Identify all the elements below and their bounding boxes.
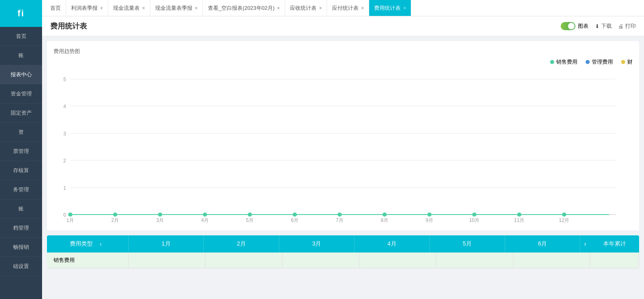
svg-text:11月: 11月 xyxy=(514,217,525,223)
svg-point-16 xyxy=(203,213,207,217)
chart-toggle-wrap[interactable]: 图表 xyxy=(561,22,588,30)
table-section: 费用类型 ‹ 1月 2月 3月 4月 5月 6月 › 本年累计 销售费用 xyxy=(47,235,639,268)
chart-section: 费用趋势图 销售费用 管理费用 财 5 xyxy=(47,41,639,230)
svg-text:5: 5 xyxy=(63,77,66,82)
tab-profit-quarterly[interactable]: 利润表季报 × xyxy=(66,0,108,16)
page-header: 费用统计表 图表 ⬇ 下载 🖨 打印 xyxy=(42,16,644,36)
svg-text:9月: 9月 xyxy=(426,217,433,223)
svg-point-23 xyxy=(517,213,521,217)
tab-blank-report[interactable]: 查看_空白报表(2023年02月) × xyxy=(203,0,285,16)
th-nav-prev[interactable]: ‹ xyxy=(96,241,106,247)
sidebar: fi 首页 账 报表中心 资金管理 固定资产 资 票管理 存核算 务管理 账 档… xyxy=(0,0,42,299)
svg-text:6月: 6月 xyxy=(291,217,299,223)
chart-svg: 5 4 3 2 1 0 xyxy=(53,69,633,224)
svg-text:5月: 5月 xyxy=(246,217,254,223)
tab-close-expense-stats[interactable]: × xyxy=(403,5,406,11)
legend-dot-finance xyxy=(621,60,625,64)
download-button[interactable]: ⬇ 下载 xyxy=(595,22,612,30)
svg-point-19 xyxy=(338,213,342,217)
legend-sales: 销售费用 xyxy=(550,58,577,66)
svg-point-24 xyxy=(562,213,566,217)
legend-dot-admin xyxy=(586,60,590,64)
th-cumul: 本年累计 xyxy=(590,235,639,252)
page-actions: 图表 ⬇ 下载 🖨 打印 xyxy=(561,22,636,30)
svg-point-18 xyxy=(293,213,297,217)
tab-receivable[interactable]: 应收统计表 × xyxy=(285,0,327,16)
sidebar-item-home[interactable]: 首页 xyxy=(0,27,42,46)
tab-payable[interactable]: 应付统计表 × xyxy=(327,0,369,16)
td-type-sales: 销售费用 xyxy=(47,252,129,268)
tab-close-payable[interactable]: × xyxy=(361,5,364,11)
legend-label-admin: 管理费用 xyxy=(592,58,613,66)
sidebar-item-tickets[interactable]: 票管理 xyxy=(0,142,42,161)
print-button[interactable]: 🖨 打印 xyxy=(618,22,636,30)
download-icon: ⬇ xyxy=(595,23,599,29)
chart-title: 费用趋势图 xyxy=(53,48,633,55)
svg-text:10月: 10月 xyxy=(469,217,480,223)
svg-text:3: 3 xyxy=(63,131,66,137)
td-sales-m4 xyxy=(359,252,436,268)
svg-text:1月: 1月 xyxy=(67,217,74,223)
legend-label-finance: 财 xyxy=(627,58,633,66)
sidebar-item-services[interactable]: 务管理 xyxy=(0,180,42,199)
svg-point-21 xyxy=(428,213,432,217)
chart-toggle[interactable] xyxy=(561,22,575,30)
sidebar-item-assets[interactable]: 固定资产 xyxy=(0,104,42,123)
main-area: 首页 利润表季报 × 现金流量表 × 现金流量表季报 × 查看_空白报表(202… xyxy=(42,0,644,299)
page-title: 费用统计表 xyxy=(50,21,87,31)
svg-point-20 xyxy=(383,213,387,217)
th-month-3: 3月 xyxy=(279,235,354,252)
svg-text:4: 4 xyxy=(63,104,66,109)
print-label: 打印 xyxy=(625,22,636,30)
svg-point-17 xyxy=(248,213,252,217)
download-label: 下载 xyxy=(601,22,612,30)
svg-point-22 xyxy=(472,213,476,217)
tab-home[interactable]: 首页 xyxy=(45,0,66,16)
sidebar-item-inventory[interactable]: 存核算 xyxy=(0,161,42,180)
tab-close-cashflow[interactable]: × xyxy=(142,5,145,11)
td-sales-m1 xyxy=(129,252,205,268)
svg-text:8月: 8月 xyxy=(381,217,388,223)
td-sales-m3 xyxy=(283,252,359,268)
th-type: 费用类型 ‹ xyxy=(47,235,129,252)
sidebar-item-funds[interactable]: 资金管理 xyxy=(0,84,42,104)
tab-close-receivable[interactable]: × xyxy=(319,5,322,11)
svg-text:3月: 3月 xyxy=(156,217,164,223)
th-month-6: 6月 xyxy=(505,235,580,252)
svg-text:7月: 7月 xyxy=(336,217,343,223)
svg-text:1: 1 xyxy=(63,185,66,191)
th-month-1: 1月 xyxy=(129,235,204,252)
th-month-5: 5月 xyxy=(430,235,505,252)
svg-point-13 xyxy=(68,213,72,217)
table-row-sales: 销售费用 xyxy=(47,252,639,268)
tab-close-cashflow-quarterly[interactable]: × xyxy=(195,5,198,11)
sidebar-item-expense[interactable]: 畅报销 xyxy=(0,238,42,257)
chart-legend: 销售费用 管理费用 财 xyxy=(53,58,633,66)
legend-finance: 财 xyxy=(621,58,633,66)
sidebar-logo: fi xyxy=(0,0,42,27)
sidebar-item-settings[interactable]: 础设置 xyxy=(0,257,42,276)
table-header: 费用类型 ‹ 1月 2月 3月 4月 5月 6月 › 本年累计 xyxy=(47,235,639,252)
tab-close-profit-quarterly[interactable]: × xyxy=(100,5,103,11)
sidebar-item-reports[interactable]: 报表中心 xyxy=(0,65,42,84)
tab-cashflow[interactable]: 现金流量表 × xyxy=(108,0,150,16)
th-nav-next[interactable]: › xyxy=(580,235,590,252)
tab-cashflow-quarterly[interactable]: 现金流量表季报 × xyxy=(150,0,203,16)
tab-expense-stats[interactable]: 费用统计表 × xyxy=(369,0,411,16)
th-month-4: 4月 xyxy=(354,235,430,252)
tab-close-blank-report[interactable]: × xyxy=(277,5,280,11)
legend-dot-sales xyxy=(550,60,554,64)
toggle-label: 图表 xyxy=(578,22,588,30)
tabbar: 首页 利润表季报 × 现金流量表 × 现金流量表季报 × 查看_空白报表(202… xyxy=(42,0,644,16)
sidebar-item-account[interactable]: 账 xyxy=(0,46,42,65)
sidebar-item-ledger[interactable]: 账 xyxy=(0,199,42,219)
svg-text:2: 2 xyxy=(63,158,66,164)
svg-point-15 xyxy=(158,213,162,217)
sidebar-item-resource[interactable]: 资 xyxy=(0,123,42,142)
sidebar-item-archive[interactable]: 档管理 xyxy=(0,219,42,238)
svg-text:2月: 2月 xyxy=(111,217,119,223)
svg-point-14 xyxy=(113,213,117,217)
legend-label-sales: 销售费用 xyxy=(556,58,577,66)
td-sales-m6 xyxy=(513,252,590,268)
toggle-knob xyxy=(568,23,575,29)
